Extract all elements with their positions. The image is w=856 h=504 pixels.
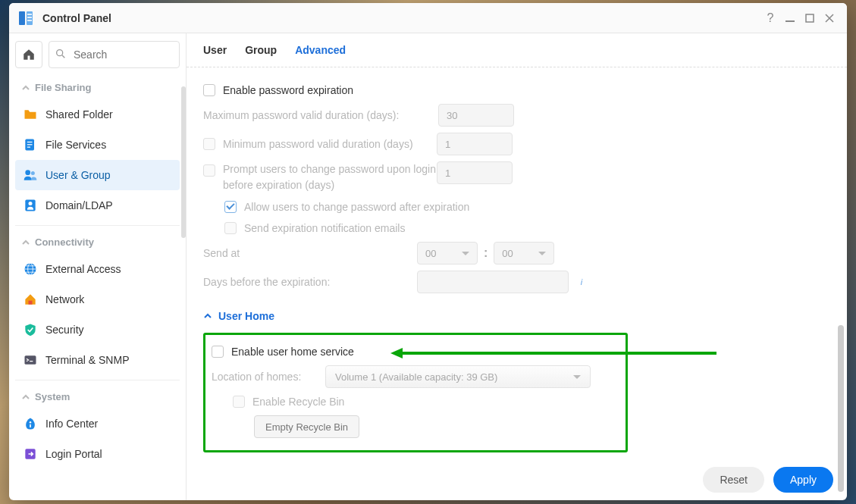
section-title-label: User Home xyxy=(218,310,274,322)
svg-rect-11 xyxy=(27,147,30,148)
input-max-duration[interactable] xyxy=(438,104,514,127)
label-allow-change: Allow users to change password after exp… xyxy=(244,201,469,213)
sidebar-item-label: Domain/LDAP xyxy=(45,199,113,211)
section-user-home[interactable]: User Home xyxy=(203,296,830,330)
help-button[interactable]: ? xyxy=(760,8,780,28)
sidebar-item-file-services[interactable]: File Services xyxy=(15,130,180,160)
select-location[interactable]: Volume 1 (Available capacity: 39 GB) xyxy=(325,365,591,388)
input-days-before xyxy=(417,271,569,293)
close-button[interactable] xyxy=(820,8,839,28)
chevron-up-icon xyxy=(21,83,30,92)
svg-rect-3 xyxy=(27,17,32,18)
info-icon[interactable]: i xyxy=(575,275,588,289)
folder-icon xyxy=(23,107,38,122)
sidebar: File Sharing Shared Folder File Services… xyxy=(9,33,187,500)
search-input[interactable] xyxy=(49,41,180,68)
svg-point-7 xyxy=(57,50,63,56)
empty-recycle-bin-button[interactable]: Empty Recycle Bin xyxy=(254,415,359,438)
users-icon xyxy=(23,167,38,183)
label-days-before: Days before the expiration: xyxy=(203,276,417,288)
info-icon xyxy=(23,416,38,431)
home-icon xyxy=(22,48,36,61)
home-button[interactable] xyxy=(15,41,42,68)
minimize-button[interactable] xyxy=(780,8,800,28)
chevron-up-icon xyxy=(203,311,212,321)
svg-rect-21 xyxy=(30,424,31,427)
label-enable-user-home: Enable user home service xyxy=(231,346,354,358)
maximize-button[interactable] xyxy=(800,8,820,28)
content-scrollbar[interactable] xyxy=(838,325,844,492)
window-title: Control Panel xyxy=(42,12,111,24)
sidebar-item-label: Terminal & SNMP xyxy=(45,354,129,366)
checkbox-allow-change[interactable] xyxy=(224,201,237,213)
svg-rect-6 xyxy=(806,14,814,22)
label-prompt: Prompt users to change password upon log… xyxy=(223,161,437,193)
sidebar-item-label: Network xyxy=(45,293,84,305)
sidebar-item-label: Shared Folder xyxy=(45,108,113,121)
app-icon xyxy=(17,9,35,27)
titlebar: Control Panel ? xyxy=(9,3,847,33)
time-colon: : xyxy=(484,246,488,260)
checkbox-enable-pw-expiration[interactable] xyxy=(203,84,215,96)
tab-user[interactable]: User xyxy=(203,44,227,67)
network-icon xyxy=(23,292,38,307)
terminal-icon xyxy=(23,352,38,368)
content-area: User Group Advanced Enable password expi… xyxy=(187,33,847,500)
sidebar-scrollbar[interactable] xyxy=(181,86,186,238)
svg-rect-9 xyxy=(27,142,33,142)
sidebar-item-network[interactable]: Network xyxy=(15,284,180,315)
select-minute[interactable]: 00 xyxy=(494,242,554,265)
domain-icon xyxy=(23,198,38,213)
sidebar-item-security[interactable]: Security xyxy=(15,315,180,345)
input-min-duration xyxy=(437,133,513,155)
reset-button[interactable]: Reset xyxy=(703,467,764,493)
sidebar-item-terminal-snmp[interactable]: Terminal & SNMP xyxy=(15,345,180,375)
section-connectivity[interactable]: Connectivity xyxy=(15,230,180,254)
svg-rect-5 xyxy=(785,20,795,22)
annotation-arrow xyxy=(390,346,716,361)
label-min-duration: Minimum password valid duration (days) xyxy=(223,138,437,150)
select-hour[interactable]: 00 xyxy=(417,242,478,265)
chevron-up-icon xyxy=(21,393,30,402)
checkbox-send-emails xyxy=(224,222,237,234)
sidebar-item-label: File Services xyxy=(45,139,106,151)
portal-icon xyxy=(23,446,38,462)
svg-rect-18 xyxy=(29,301,33,305)
content-scroll: Enable password expiration Maximum passw… xyxy=(187,67,847,500)
sidebar-item-user-group[interactable]: User & Group xyxy=(15,160,180,190)
sidebar-item-shared-folder[interactable]: Shared Folder xyxy=(15,99,180,130)
label-max-duration: Maximum password valid duration (days): xyxy=(203,109,438,121)
svg-point-15 xyxy=(29,202,33,205)
svg-point-20 xyxy=(30,421,32,424)
section-label: Connectivity xyxy=(35,236,94,248)
section-system[interactable]: System xyxy=(15,385,180,409)
checkbox-enable-user-home[interactable] xyxy=(212,346,224,358)
sidebar-item-login-portal[interactable]: Login Portal xyxy=(15,439,180,469)
annotation-highlight: Enable user home service Location of hom… xyxy=(203,333,628,452)
footer: Reset Apply xyxy=(703,467,833,493)
svg-point-13 xyxy=(31,171,35,175)
section-file-sharing[interactable]: File Sharing xyxy=(15,76,180,99)
sidebar-item-label: Login Portal xyxy=(45,448,102,460)
svg-rect-10 xyxy=(27,144,33,145)
label-recycle-bin: Enable Recycle Bin xyxy=(252,396,344,408)
sidebar-item-external-access[interactable]: External Access xyxy=(15,254,180,284)
svg-rect-2 xyxy=(27,14,32,15)
shield-icon xyxy=(23,322,38,337)
section-label: File Sharing xyxy=(35,82,91,93)
tab-group[interactable]: Group xyxy=(245,44,277,67)
sidebar-item-info-center[interactable]: Info Center xyxy=(15,409,180,439)
label-send-emails: Send expiration notification emails xyxy=(244,222,405,234)
file-icon xyxy=(23,137,38,152)
control-panel-window: Control Panel ? File Sharing xyxy=(9,3,847,500)
svg-point-12 xyxy=(25,170,30,175)
label-send-at: Send at xyxy=(203,247,417,259)
svg-rect-0 xyxy=(19,11,25,25)
chevron-up-icon xyxy=(21,238,30,247)
input-prompt xyxy=(437,161,513,184)
checkbox-min-duration xyxy=(203,138,215,150)
sidebar-item-domain-ldap[interactable]: Domain/LDAP xyxy=(15,190,180,221)
apply-button[interactable]: Apply xyxy=(773,467,833,493)
tab-advanced[interactable]: Advanced xyxy=(295,44,346,67)
section-label: System xyxy=(35,391,70,402)
